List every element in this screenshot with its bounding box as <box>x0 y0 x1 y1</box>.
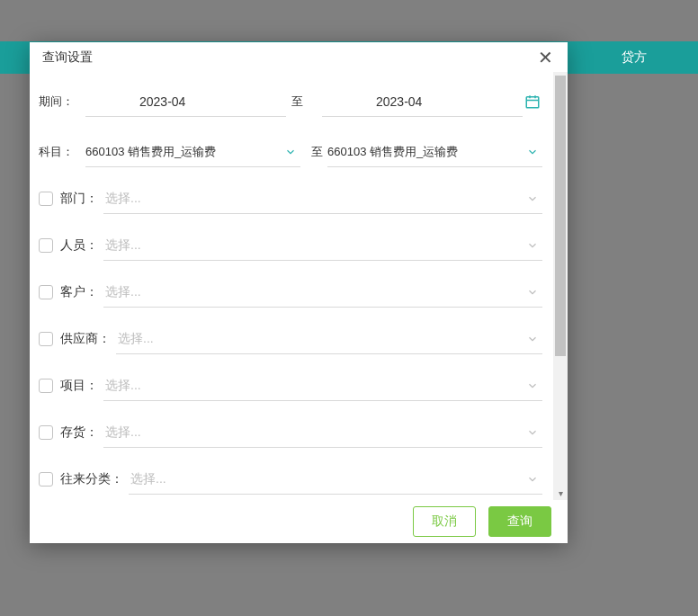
scrollbar[interactable]: ▾ <box>553 72 568 500</box>
filter-select[interactable]: 选择... <box>103 370 542 401</box>
period-row: 期间： 2023-04 至 2023-04 <box>39 81 542 122</box>
filter-placeholder: 选择... <box>105 378 141 394</box>
chevron-down-icon <box>526 239 539 252</box>
filter-label: 往来分类： <box>60 471 123 487</box>
period-label: 期间： <box>39 94 85 110</box>
chevron-down-icon <box>526 146 539 158</box>
chevron-down-icon <box>526 379 539 392</box>
filter-checkbox[interactable] <box>39 332 53 346</box>
close-button[interactable]: ✕ <box>535 48 555 67</box>
chevron-down-icon <box>526 192 539 205</box>
chevron-down-icon <box>526 333 539 345</box>
subject-from-value: 660103 销售费用_运输费 <box>85 144 216 160</box>
filter-row: 人员：选择... <box>39 225 542 266</box>
filter-placeholder: 选择... <box>118 331 154 347</box>
filter-label: 客户： <box>60 284 98 300</box>
calendar-icon[interactable] <box>523 94 542 110</box>
filter-placeholder: 选择... <box>105 237 141 254</box>
modal-header: 查询设置 ✕ <box>30 42 568 72</box>
scrollbar-thumb[interactable] <box>555 76 566 356</box>
subject-to-text: 至 <box>300 144 327 160</box>
cancel-button[interactable]: 取消 <box>413 506 476 537</box>
filter-label: 人员： <box>60 237 98 254</box>
filter-checkbox[interactable] <box>39 379 53 393</box>
filter-placeholder: 选择... <box>130 471 166 487</box>
filter-select[interactable]: 选择... <box>103 183 542 214</box>
filter-select[interactable]: 选择... <box>116 324 542 354</box>
filter-select[interactable]: 选择... <box>103 230 542 261</box>
filter-row: 供应商：选择... <box>39 318 542 360</box>
scroll-down-icon[interactable]: ▾ <box>553 486 568 500</box>
subject-from-select[interactable]: 660103 销售费用_运输费 <box>85 137 300 167</box>
chevron-down-icon <box>526 473 539 486</box>
filter-checkbox[interactable] <box>39 285 53 299</box>
svg-rect-0 <box>526 97 539 108</box>
query-settings-modal: 查询设置 ✕ 期间： 2023-04 至 2023-04 <box>30 42 568 543</box>
filter-placeholder: 选择... <box>105 284 141 300</box>
filter-label: 部门： <box>60 191 98 207</box>
filter-label: 项目： <box>60 378 98 394</box>
filter-placeholder: 选择... <box>105 191 141 207</box>
chevron-down-icon <box>526 286 539 299</box>
period-from-input[interactable]: 2023-04 <box>85 86 286 117</box>
chevron-down-icon <box>284 146 297 158</box>
filter-row: 往来分类：选择... <box>39 459 542 500</box>
close-icon: ✕ <box>538 47 553 68</box>
modal-body: 期间： 2023-04 至 2023-04 科目： 660103 销售 <box>30 72 553 500</box>
subject-to-value: 660103 销售费用_运输费 <box>327 144 458 160</box>
filter-checkbox[interactable] <box>39 425 53 440</box>
filter-row: 存货：选择... <box>39 412 542 453</box>
filter-row: 客户：选择... <box>39 272 542 313</box>
topbar-tab-credit[interactable]: 贷方 <box>585 41 684 74</box>
filter-row: 部门：选择... <box>39 178 542 219</box>
filter-checkbox[interactable] <box>39 472 53 487</box>
modal-footer: 取消 查询 <box>30 500 568 543</box>
filter-checkbox[interactable] <box>39 238 53 253</box>
filter-label: 供应商： <box>60 331 111 347</box>
chevron-down-icon <box>526 426 539 439</box>
filter-select[interactable]: 选择... <box>129 464 542 495</box>
subject-to-select[interactable]: 660103 销售费用_运输费 <box>327 137 542 167</box>
subject-row: 科目： 660103 销售费用_运输费 至 660103 销售费用_运输费 <box>39 131 542 173</box>
filter-select[interactable]: 选择... <box>103 417 542 448</box>
modal-title: 查询设置 <box>42 49 93 66</box>
filter-checkbox[interactable] <box>39 192 53 206</box>
filter-select[interactable]: 选择... <box>103 277 542 308</box>
submit-button[interactable]: 查询 <box>488 506 551 537</box>
filter-row: 项目：选择... <box>39 365 542 406</box>
filter-placeholder: 选择... <box>105 424 141 441</box>
subject-label: 科目： <box>39 144 85 160</box>
period-to-input[interactable]: 2023-04 <box>322 86 523 117</box>
period-to-text: 至 <box>286 94 322 110</box>
filter-label: 存货： <box>60 424 98 441</box>
